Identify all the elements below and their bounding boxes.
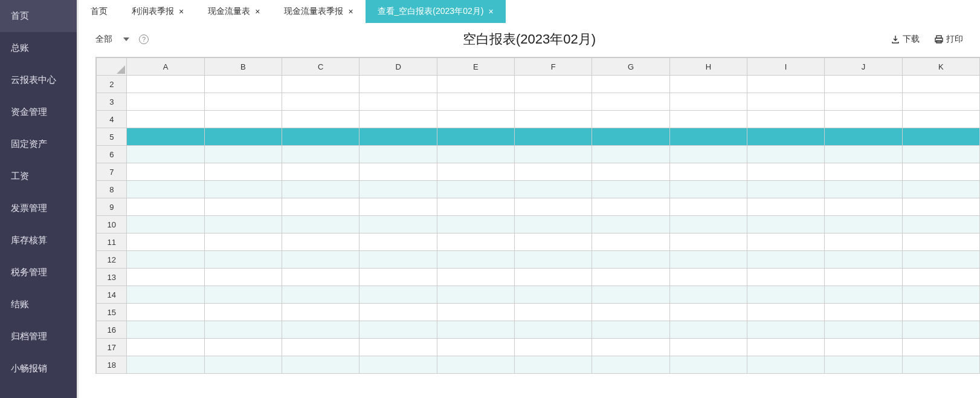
cell-D14[interactable] — [359, 286, 437, 304]
row-header-2[interactable]: 2 — [97, 76, 127, 93]
cell-H15[interactable] — [669, 304, 747, 321]
cell-A18[interactable] — [127, 356, 204, 374]
tab-1[interactable]: 利润表季报× — [120, 0, 196, 23]
cell-H5[interactable] — [669, 128, 747, 146]
sidebar-item-closing[interactable]: 结账 — [0, 289, 77, 321]
cell-H14[interactable] — [669, 286, 747, 304]
column-header-A[interactable]: A — [127, 58, 204, 76]
cell-F3[interactable] — [515, 93, 592, 111]
cell-C17[interactable] — [282, 339, 359, 356]
cell-F8[interactable] — [515, 181, 592, 198]
cell-E2[interactable] — [437, 76, 514, 93]
close-icon[interactable]: × — [348, 7, 353, 16]
cell-A6[interactable] — [127, 146, 204, 163]
cell-D13[interactable] — [359, 269, 437, 286]
cell-I6[interactable] — [747, 146, 824, 163]
cell-G4[interactable] — [592, 111, 669, 128]
sidebar-item-invoice[interactable]: 发票管理 — [0, 192, 77, 224]
cell-F18[interactable] — [515, 356, 592, 374]
cell-E6[interactable] — [437, 146, 514, 163]
row-header-10[interactable]: 10 — [97, 216, 127, 233]
cell-H18[interactable] — [669, 356, 747, 374]
row-header-4[interactable]: 4 — [97, 111, 127, 128]
row-header-17[interactable]: 17 — [97, 339, 127, 356]
cell-B2[interactable] — [204, 76, 282, 93]
column-header-F[interactable]: F — [515, 58, 592, 76]
cell-B4[interactable] — [204, 111, 282, 128]
cell-G13[interactable] — [592, 269, 669, 286]
cell-A8[interactable] — [127, 181, 204, 198]
cell-F17[interactable] — [515, 339, 592, 356]
column-header-B[interactable]: B — [204, 58, 282, 76]
cell-A10[interactable] — [127, 216, 204, 233]
cell-E9[interactable] — [437, 198, 514, 216]
select-all-corner[interactable] — [97, 58, 127, 76]
cell-F4[interactable] — [515, 111, 592, 128]
spreadsheet[interactable]: ABCDEFGHIJK23456789101112131415161718 — [79, 51, 980, 398]
cell-K10[interactable] — [902, 216, 979, 233]
cell-J18[interactable] — [825, 356, 902, 374]
row-header-9[interactable]: 9 — [97, 198, 127, 216]
cell-H17[interactable] — [669, 339, 747, 356]
cell-I17[interactable] — [747, 339, 824, 356]
cell-G18[interactable] — [592, 356, 669, 374]
cell-G10[interactable] — [592, 216, 669, 233]
tab-4[interactable]: 查看_空白报表(2023年02月)× — [366, 0, 506, 23]
cell-D2[interactable] — [359, 76, 437, 93]
cell-B5[interactable] — [204, 128, 282, 146]
cell-J9[interactable] — [825, 198, 902, 216]
cell-I5[interactable] — [747, 128, 824, 146]
cell-I14[interactable] — [747, 286, 824, 304]
cell-H6[interactable] — [669, 146, 747, 163]
cell-B16[interactable] — [204, 321, 282, 339]
tab-3[interactable]: 现金流量表季报× — [272, 0, 365, 23]
cell-C9[interactable] — [282, 198, 359, 216]
sidebar-item-fund[interactable]: 资金管理 — [0, 96, 77, 128]
cell-G7[interactable] — [592, 163, 669, 181]
tab-0[interactable]: 首页 — [79, 0, 120, 23]
cell-I7[interactable] — [747, 163, 824, 181]
cell-D3[interactable] — [359, 93, 437, 111]
cell-F10[interactable] — [515, 216, 592, 233]
cell-E18[interactable] — [437, 356, 514, 374]
cell-H13[interactable] — [669, 269, 747, 286]
cell-K14[interactable] — [902, 286, 979, 304]
cell-A16[interactable] — [127, 321, 204, 339]
cell-J5[interactable] — [825, 128, 902, 146]
cell-E16[interactable] — [437, 321, 514, 339]
cell-C15[interactable] — [282, 304, 359, 321]
cell-D7[interactable] — [359, 163, 437, 181]
cell-K16[interactable] — [902, 321, 979, 339]
cell-A15[interactable] — [127, 304, 204, 321]
row-header-14[interactable]: 14 — [97, 286, 127, 304]
cell-C7[interactable] — [282, 163, 359, 181]
cell-I3[interactable] — [747, 93, 824, 111]
cell-A4[interactable] — [127, 111, 204, 128]
cell-C3[interactable] — [282, 93, 359, 111]
cell-G2[interactable] — [592, 76, 669, 93]
cell-F2[interactable] — [515, 76, 592, 93]
cell-F16[interactable] — [515, 321, 592, 339]
cell-A14[interactable] — [127, 286, 204, 304]
cell-B15[interactable] — [204, 304, 282, 321]
cell-C14[interactable] — [282, 286, 359, 304]
cell-K12[interactable] — [902, 251, 979, 269]
cell-J13[interactable] — [825, 269, 902, 286]
close-icon[interactable]: × — [488, 7, 493, 16]
column-header-J[interactable]: J — [825, 58, 902, 76]
cell-C12[interactable] — [282, 251, 359, 269]
cell-H4[interactable] — [669, 111, 747, 128]
cell-H7[interactable] — [669, 163, 747, 181]
row-header-12[interactable]: 12 — [97, 251, 127, 269]
sidebar-item-inventory[interactable]: 库存核算 — [0, 224, 77, 256]
cell-E8[interactable] — [437, 181, 514, 198]
cell-I8[interactable] — [747, 181, 824, 198]
cell-B18[interactable] — [204, 356, 282, 374]
cell-A7[interactable] — [127, 163, 204, 181]
sidebar-item-archive[interactable]: 归档管理 — [0, 321, 77, 353]
cell-H2[interactable] — [669, 76, 747, 93]
cell-K2[interactable] — [902, 76, 979, 93]
cell-B10[interactable] — [204, 216, 282, 233]
cell-C5[interactable] — [282, 128, 359, 146]
row-header-5[interactable]: 5 — [97, 128, 127, 146]
